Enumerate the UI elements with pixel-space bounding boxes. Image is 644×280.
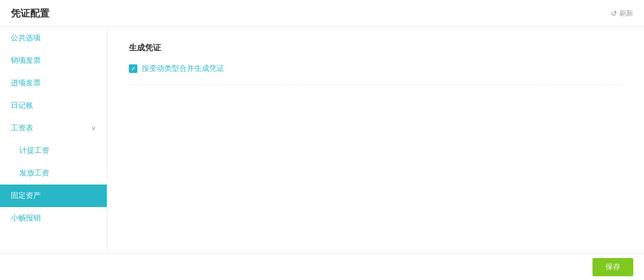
sidebar-item-label: 销项发票 bbox=[11, 56, 41, 65]
refresh-button[interactable]: ↺ 刷新 bbox=[611, 9, 633, 18]
main-content: 生成凭证 按变动类型合并生成凭证 bbox=[107, 27, 644, 253]
sidebar-item-label: 计提工资 bbox=[19, 146, 49, 156]
save-button[interactable]: 保存 bbox=[592, 258, 633, 276]
sidebar-item-expense-report[interactable]: 小畅报销 bbox=[0, 207, 107, 230]
checkbox-label[interactable]: 按变动类型合并生成凭证 bbox=[142, 64, 224, 73]
page-footer: 保存 bbox=[0, 253, 644, 280]
checkbox-row: 按变动类型合并生成凭证 bbox=[129, 64, 623, 73]
refresh-label: 刷新 bbox=[619, 9, 633, 18]
merge-by-type-checkbox[interactable] bbox=[129, 64, 137, 73]
page-title: 凭证配置 bbox=[11, 7, 49, 20]
sidebar-item-label: 日记账 bbox=[11, 101, 33, 110]
sidebar-item-public-options[interactable]: 公共选项 bbox=[0, 27, 107, 49]
sidebar-item-label: 工资表 bbox=[11, 123, 33, 133]
sidebar-item-label: 公共选项 bbox=[11, 33, 41, 43]
sidebar-item-payroll-table[interactable]: 工资表 ∨ bbox=[0, 117, 107, 139]
sidebar-item-fixed-assets[interactable]: 固定资产 bbox=[0, 185, 107, 207]
page-header: 凭证配置 ↺ 刷新 bbox=[0, 0, 644, 27]
sidebar-item-label: 发放工资 bbox=[19, 168, 49, 178]
sidebar-item-commission[interactable]: 计提工资 bbox=[0, 139, 107, 162]
chevron-down-icon: ∨ bbox=[91, 124, 96, 132]
refresh-icon: ↺ bbox=[611, 9, 617, 18]
page-body: 公共选项 销项发票 进项发票 日记账 工资表 ∨ 计提工资 发放工资 固定资 bbox=[0, 27, 644, 253]
sidebar: 公共选项 销项发票 进项发票 日记账 工资表 ∨ 计提工资 发放工资 固定资 bbox=[0, 27, 107, 253]
sidebar-item-purchase-invoice[interactable]: 进项发票 bbox=[0, 72, 107, 94]
sidebar-item-pay-salary[interactable]: 发放工资 bbox=[0, 162, 107, 185]
divider bbox=[129, 84, 623, 85]
sidebar-item-label: 小畅报销 bbox=[11, 213, 41, 223]
section-title: 生成凭证 bbox=[129, 43, 623, 53]
sidebar-item-label: 固定资产 bbox=[11, 191, 41, 201]
sidebar-item-label: 进项发票 bbox=[11, 78, 41, 88]
sidebar-item-sales-invoice[interactable]: 销项发票 bbox=[0, 49, 107, 72]
sidebar-item-journal[interactable]: 日记账 bbox=[0, 94, 107, 117]
